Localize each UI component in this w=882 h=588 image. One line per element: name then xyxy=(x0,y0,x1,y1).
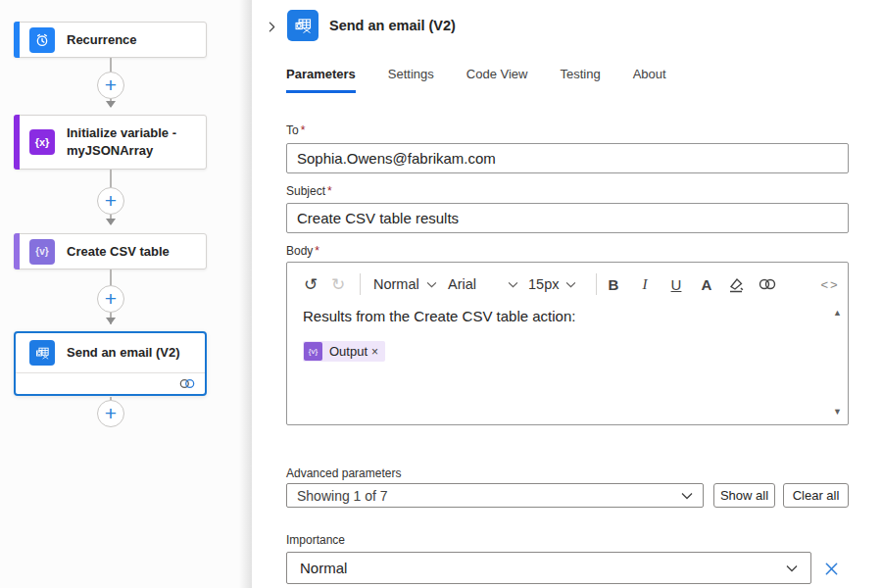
required-asterisk: * xyxy=(327,184,332,198)
scroll-down-icon[interactable]: ▼ xyxy=(833,407,842,416)
link-icon[interactable] xyxy=(756,272,779,296)
close-icon xyxy=(824,562,839,576)
connection-icon[interactable] xyxy=(178,377,196,390)
body-text[interactable]: Results from the Create CSV table action… xyxy=(303,308,575,324)
plus-icon: + xyxy=(105,403,117,423)
connector-arrow xyxy=(106,101,116,108)
scroll-up-icon[interactable]: ▲ xyxy=(833,308,842,318)
flow-designer: Recurrence + {x} Initialize variable - m… xyxy=(0,0,882,588)
node-initialize-variable[interactable]: {x} Initialize variable - myJSONArray xyxy=(14,115,207,170)
node-label: Recurrence xyxy=(67,31,137,49)
connector-arrow xyxy=(106,219,116,225)
redo-icon[interactable]: ↻ xyxy=(326,272,350,296)
node-create-csv-table[interactable]: {v} Create CSV table xyxy=(14,233,207,270)
node-recurrence[interactable]: Recurrence xyxy=(14,22,207,58)
tab-settings[interactable]: Settings xyxy=(388,67,434,93)
tab-testing[interactable]: Testing xyxy=(560,67,600,93)
panel-title: Send an email (V2) xyxy=(329,18,456,33)
plus-icon: + xyxy=(105,288,117,309)
font-family-dropdown[interactable]: Arial xyxy=(448,273,518,295)
font-size-dropdown[interactable]: 15px xyxy=(528,273,576,295)
collapse-panel-button[interactable] xyxy=(262,17,281,36)
required-asterisk: * xyxy=(301,123,306,137)
italic-icon[interactable]: I xyxy=(633,272,657,296)
node-accent-bar xyxy=(14,115,20,170)
output-token[interactable]: {v} Output × xyxy=(303,341,385,362)
token-label: Output xyxy=(329,344,368,359)
panel-tabs: Parameters Settings Code View Testing Ab… xyxy=(286,67,666,93)
toolbar-separator xyxy=(596,273,597,295)
chevron-down-icon xyxy=(508,281,518,288)
plus-icon: + xyxy=(105,190,117,211)
bold-icon[interactable]: B xyxy=(602,272,625,296)
insert-step-button[interactable]: + xyxy=(97,285,124,313)
to-input[interactable]: Sophia.Owens@fabrikam.com xyxy=(286,143,849,173)
node-label: Create CSV table xyxy=(67,243,170,261)
highlight-icon[interactable] xyxy=(724,272,748,296)
importance-value: Normal xyxy=(300,560,347,576)
tab-about[interactable]: About xyxy=(633,67,666,93)
workflow-canvas: Recurrence + {x} Initialize variable - m… xyxy=(0,0,252,588)
toolbar-separator xyxy=(360,273,361,295)
show-all-button[interactable]: Show all xyxy=(713,483,775,508)
node-label: Initialize variable - myJSONArray xyxy=(67,124,198,159)
chevron-right-icon xyxy=(266,21,278,33)
chevron-down-icon xyxy=(786,564,798,572)
subject-input[interactable]: Create CSV table results xyxy=(286,203,849,233)
variable-icon: {x} xyxy=(29,129,55,155)
token-remove-icon[interactable]: × xyxy=(371,345,378,359)
outlook-icon xyxy=(29,340,55,366)
to-label: To* xyxy=(286,123,305,137)
plus-icon: + xyxy=(105,74,117,95)
outlook-icon xyxy=(287,10,318,41)
connector-arrow xyxy=(106,318,116,324)
advanced-parameters-value: Showing 1 of 7 xyxy=(297,488,388,504)
panel-edge-shadow xyxy=(239,0,252,588)
text-style-dropdown[interactable]: Normal xyxy=(373,273,437,295)
importance-label: Importance xyxy=(286,533,345,547)
insert-step-button[interactable]: + xyxy=(97,187,124,215)
underline-icon[interactable]: U xyxy=(664,272,688,296)
body-rich-text-editor[interactable]: ↺ ↻ Normal Arial 15px B I U A xyxy=(286,262,849,425)
insert-step-button[interactable]: + xyxy=(97,72,124,99)
body-label: Body* xyxy=(286,244,319,258)
code-view-icon[interactable]: <> xyxy=(818,272,842,296)
node-label: Send an email (V2) xyxy=(67,344,180,362)
subject-label: Subject* xyxy=(286,184,332,198)
data-operation-icon: {v} xyxy=(29,239,55,265)
action-details-panel: Send an email (V2) Parameters Settings C… xyxy=(252,0,882,588)
data-operation-icon: {v} xyxy=(304,342,322,361)
remove-importance-button[interactable] xyxy=(821,559,841,578)
required-asterisk: * xyxy=(315,244,319,258)
tab-code-view[interactable]: Code View xyxy=(466,67,528,93)
importance-dropdown[interactable]: Normal xyxy=(286,552,811,584)
chevron-down-icon xyxy=(426,281,437,288)
undo-icon[interactable]: ↺ xyxy=(299,272,322,296)
recurrence-clock-icon xyxy=(29,27,55,53)
node-send-an-email[interactable]: Send an email (V2) xyxy=(14,331,207,396)
advanced-parameters-label: Advanced parameters xyxy=(286,466,401,480)
node-accent-bar xyxy=(14,233,20,270)
chevron-down-icon xyxy=(565,281,576,288)
tab-parameters[interactable]: Parameters xyxy=(286,67,356,93)
node-accent-bar xyxy=(14,22,20,58)
chevron-down-icon xyxy=(681,492,693,500)
advanced-parameters-dropdown[interactable]: Showing 1 of 7 xyxy=(286,483,704,508)
font-color-icon[interactable]: A xyxy=(695,272,718,296)
clear-all-button[interactable]: Clear all xyxy=(783,483,849,508)
insert-step-button[interactable]: + xyxy=(97,400,124,427)
